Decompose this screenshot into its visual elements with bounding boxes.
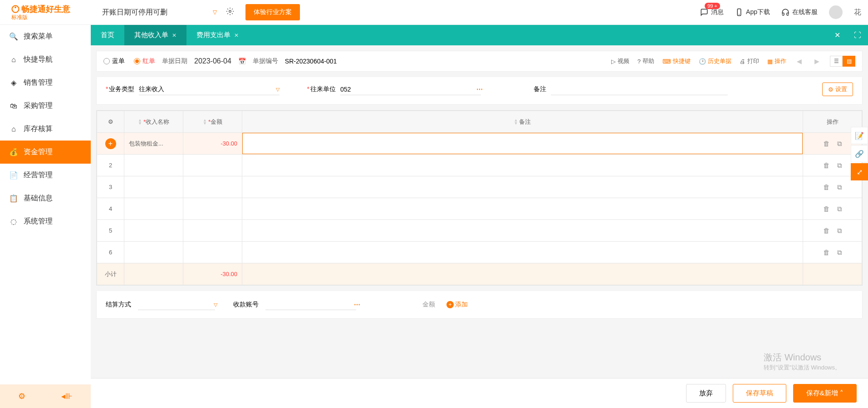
doc-icon: 📄: [9, 171, 18, 180]
radio-red[interactable]: 红单: [134, 57, 155, 65]
help-button[interactable]: ? 帮助: [638, 57, 654, 65]
tabbar: 首页 其他收入单✕ 费用支出单✕ ✕ ⛶: [91, 25, 868, 45]
history-button[interactable]: 🕑 历史单据: [699, 57, 731, 65]
col-amount[interactable]: ▲▼*金额: [183, 111, 242, 133]
settle-method-input[interactable]: [138, 299, 215, 310]
sidebar-collapse-icon[interactable]: ◂⊪: [61, 391, 73, 401]
support-button[interactable]: 在线客服: [781, 8, 818, 16]
cell-amount[interactable]: -30.00: [183, 140, 242, 147]
sidebar-bottom: ⚙ ◂⊪: [0, 384, 91, 408]
form-header: 蓝单 红单 单据日期 2023-06-04 📅 单据编号 SR-20230604…: [96, 51, 863, 72]
copy-row-icon[interactable]: ⧉: [837, 227, 842, 234]
subtotal-amount: -30.00: [183, 271, 242, 277]
radio-blue[interactable]: 蓝单: [103, 57, 125, 65]
sidebar-item-search[interactable]: 🔍搜索菜单: [0, 25, 91, 48]
video-button[interactable]: ▷ 视频: [611, 57, 629, 65]
sidebar-settings-icon[interactable]: ⚙: [18, 391, 25, 401]
list-icon: 📋: [9, 194, 18, 203]
close-icon[interactable]: ✕: [234, 32, 239, 39]
cell-remark-input[interactable]: [242, 133, 803, 154]
table-row: 3🗑⧉: [97, 176, 862, 198]
delete-row-icon[interactable]: 🗑: [823, 183, 830, 191]
shortcut-button[interactable]: ⌨ 快捷键: [662, 57, 691, 65]
date-label: 单据日期: [162, 57, 187, 65]
gear-icon[interactable]: [226, 7, 234, 17]
close-icon[interactable]: ✕: [172, 32, 177, 39]
copy-row-icon[interactable]: ⧉: [837, 161, 842, 169]
fields-row: *业务类型 ▽ *往来单位 ⋯ 备注 ⚙ 设置: [96, 77, 863, 105]
trial-industry-button[interactable]: 体验行业方案: [245, 4, 300, 20]
subtotal-row: 小计 -30.00: [97, 263, 862, 285]
user-initial[interactable]: 花: [854, 8, 861, 17]
view-form-button[interactable]: ▤: [843, 56, 855, 67]
add-settlement-button[interactable]: +添加: [446, 301, 468, 309]
tab-other-income[interactable]: 其他收入单✕: [124, 25, 186, 45]
operate-button[interactable]: ▦ 操作: [767, 57, 786, 65]
settle-account-input[interactable]: [265, 299, 356, 310]
settle-method-label: 结算方式: [106, 301, 131, 309]
bill-type-radio-group: 蓝单 红单: [103, 57, 155, 65]
discard-button[interactable]: 放弃: [686, 384, 726, 403]
tab-close-all-icon[interactable]: ✕: [828, 31, 847, 39]
settings-button[interactable]: ⚙ 设置: [822, 83, 853, 96]
col-gear[interactable]: ⚙: [97, 111, 124, 133]
avatar[interactable]: [829, 5, 843, 19]
copy-row-icon[interactable]: ⧉: [837, 205, 842, 213]
next-arrow[interactable]: ▶: [812, 58, 822, 65]
sidebar-item-system[interactable]: ◌系统管理: [0, 210, 91, 233]
tab-home[interactable]: 首页: [91, 25, 124, 45]
sidebar-item-sales[interactable]: ◈销售管理: [0, 71, 91, 94]
app-download-button[interactable]: App下载: [735, 8, 770, 16]
save-draft-button[interactable]: 保存草稿: [733, 384, 786, 403]
tab-expense[interactable]: 费用支出单✕: [186, 25, 249, 45]
party-input[interactable]: [340, 84, 481, 95]
prev-arrow[interactable]: ◀: [794, 58, 804, 65]
more-icon[interactable]: ⋯: [476, 86, 484, 93]
view-list-button[interactable]: ☰: [830, 56, 843, 67]
action-bar: 放弃 保存草稿 保存&新增 ˄: [91, 378, 868, 408]
delete-row-icon[interactable]: 🗑: [823, 248, 830, 256]
biz-type-input[interactable]: [139, 84, 280, 95]
phone-icon: [735, 8, 743, 16]
cell-income-name[interactable]: 包装物租金...: [124, 133, 183, 154]
sidebar-item-quicknav[interactable]: ⌂快捷导航: [0, 48, 91, 71]
fullscreen-icon[interactable]: ⛶: [847, 31, 868, 39]
sidebar-item-operation[interactable]: 📄经营管理: [0, 164, 91, 187]
delete-row-icon[interactable]: 🗑: [823, 227, 830, 234]
float-note-icon[interactable]: 📝: [851, 127, 868, 144]
sidebar-item-inventory[interactable]: ⌂库存核算: [0, 117, 91, 141]
copy-row-icon[interactable]: ⧉: [837, 183, 842, 191]
chevron-down-icon[interactable]: ▽: [214, 302, 217, 308]
copy-row-icon[interactable]: ⧉: [837, 248, 842, 256]
add-row-button[interactable]: +: [105, 138, 116, 149]
settlement-row: 结算方式 ▽ 收款账号 ⋯ 金额 +添加: [96, 291, 863, 319]
home-icon: ⌂: [9, 56, 18, 64]
delete-row-icon[interactable]: 🗑: [823, 161, 830, 169]
table-row: + 包装物租金... -30.00 🗑⧉: [97, 133, 862, 155]
more-icon[interactable]: ⋯: [354, 301, 361, 308]
settle-account-label: 收款账号: [233, 301, 259, 309]
col-remark[interactable]: ▲▼备注: [242, 111, 803, 133]
sidebar-item-basedata[interactable]: 📋基础信息: [0, 187, 91, 210]
date-value[interactable]: 2023-06-04: [194, 57, 231, 65]
delete-row-icon[interactable]: 🗑: [823, 140, 830, 147]
line-items-table: ⚙ ▲▼*收入名称 ▲▼*金额 ▲▼备注 操作 + 包装物租金... -30.0…: [96, 110, 863, 286]
sidebar-item-purchase[interactable]: 🛍采购管理: [0, 94, 91, 117]
account-dropdown-caret[interactable]: ▽: [213, 9, 217, 15]
float-link-icon[interactable]: 🔗: [851, 145, 868, 162]
remark-input[interactable]: [551, 84, 728, 95]
delete-row-icon[interactable]: 🗑: [823, 205, 830, 213]
col-income-name[interactable]: ▲▼*收入名称: [124, 111, 183, 133]
float-expand-icon[interactable]: ⤢: [851, 163, 868, 180]
chevron-down-icon[interactable]: ▽: [276, 87, 280, 92]
print-button[interactable]: 🖨 打印: [740, 57, 759, 65]
remark-field: 备注: [534, 84, 728, 95]
messages-button[interactable]: 99 + 消息: [700, 8, 724, 16]
account-title[interactable]: 开账日期可停用可删: [102, 8, 167, 17]
save-new-button[interactable]: 保存&新增 ˄: [793, 384, 857, 403]
copy-row-icon[interactable]: ⧉: [837, 140, 842, 147]
sidebar-item-finance[interactable]: 💰资金管理: [0, 141, 91, 164]
calendar-icon[interactable]: 📅: [238, 58, 246, 65]
logo-edition: 标准版: [11, 14, 28, 21]
biz-type-field: *业务类型 ▽: [106, 84, 280, 95]
